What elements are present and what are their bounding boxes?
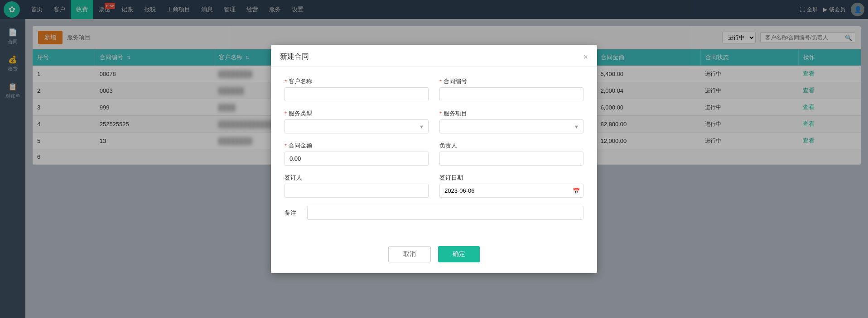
form-row-3: * 合同金额 0.00 负责人 [285,142,583,166]
modal-header: 新建合同 × [271,45,597,66]
modal-overlay: 新建合同 × * 客户名称 * 合同编号 [0,0,868,318]
form-row-1: * 客户名称 * 合同编号 [285,77,583,101]
amount-input[interactable]: 0.00 [285,152,429,166]
form-group-person: 负责人 [439,142,583,166]
modal-footer: 取消 确定 [271,239,597,273]
modal-close-button[interactable]: × [583,53,588,61]
form-group-service-item: * 服务项目 ▼ [439,109,583,133]
service-type-select-wrapper: ▼ [285,119,429,133]
form-group-service-type: * 服务类型 ▼ [285,109,429,133]
modal-title: 新建合同 [280,52,309,62]
person-label: 负责人 [439,142,583,150]
remark-label: 备注 [285,209,303,217]
sign-date-label: 签订日期 [439,174,583,182]
signer-label: 签订人 [285,174,429,182]
service-item-select-wrapper: ▼ [439,119,583,133]
cancel-button[interactable]: 取消 [388,246,431,262]
form-group-contract-no: * 合同编号 [439,77,583,101]
service-type-select[interactable] [285,119,429,133]
confirm-button[interactable]: 确定 [438,246,480,262]
form-group-sign-date: 签订日期 2023-06-06 📅 [439,174,583,198]
new-contract-modal: 新建合同 × * 客户名称 * 合同编号 [271,45,597,273]
contract-no-input[interactable] [439,87,583,101]
form-row-4: 签订人 签订日期 2023-06-06 📅 [285,174,583,198]
form-row-5: 备注 [285,206,583,220]
amount-label: * 合同金额 [285,142,429,150]
modal-body: * 客户名称 * 合同编号 * [271,66,597,239]
service-type-label: * 服务类型 [285,109,429,118]
customer-label: * 客户名称 [285,77,429,85]
customer-input[interactable] [285,87,429,101]
sign-date-input[interactable]: 2023-06-06 [439,184,583,198]
calendar-icon[interactable]: 📅 [573,187,580,194]
remark-input[interactable] [307,206,583,220]
form-group-customer: * 客户名称 [285,77,429,101]
contract-no-label: * 合同编号 [439,77,583,85]
signer-input[interactable] [285,184,429,198]
date-input-wrapper: 2023-06-06 📅 [439,184,583,198]
form-group-signer: 签订人 [285,174,429,198]
form-group-remark: 备注 [285,206,583,220]
service-item-label: * 服务项目 [439,109,583,118]
person-input[interactable] [439,152,583,166]
service-item-select[interactable] [439,119,583,133]
form-group-amount: * 合同金额 0.00 [285,142,429,166]
form-row-2: * 服务类型 ▼ * 服务项目 [285,109,583,133]
